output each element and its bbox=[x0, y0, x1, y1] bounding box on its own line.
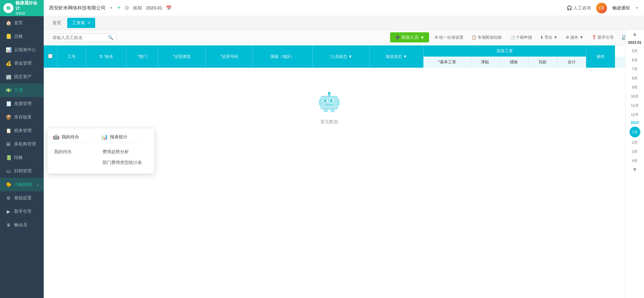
add-people-button[interactable]: ➕ 添加人员 ▼ bbox=[390, 32, 429, 42]
tab-salary[interactable]: 工资表 ✕ bbox=[67, 18, 95, 28]
timeline-month-9[interactable]: 9月 bbox=[626, 83, 644, 92]
nav-closing[interactable]: 📗 结账 bbox=[0, 151, 44, 164]
nav-home[interactable]: 🏠 首页 bbox=[0, 16, 44, 30]
new-guide-icon: ❓ bbox=[592, 35, 597, 40]
timeline-down-arrow[interactable]: ▼ bbox=[631, 165, 639, 174]
company-name[interactable]: 西安虾米网络科技有限公司 bbox=[49, 5, 106, 11]
nav-guide[interactable]: ▶ 新手引导 bbox=[0, 205, 44, 218]
timeline-month-8[interactable]: 8月 bbox=[626, 74, 644, 83]
svg-rect-10 bbox=[324, 109, 328, 112]
svg-rect-0 bbox=[321, 96, 338, 109]
timeline-current-year: 2023 bbox=[631, 119, 639, 126]
nav-cloud-report[interactable]: 📊 云报表中心 bbox=[0, 43, 44, 57]
company-settings-icon[interactable]: ⚙ bbox=[124, 5, 129, 11]
expense-icon: 🐤 bbox=[5, 182, 11, 187]
col-operations: 操作 bbox=[586, 45, 615, 68]
timeline-month-5[interactable]: 5月 bbox=[626, 46, 644, 56]
timeline-year-label: 2023.01 bbox=[628, 38, 642, 46]
company-dropdown-icon[interactable]: ▼ bbox=[110, 6, 113, 10]
timeline-up-arrow[interactable]: ▲ bbox=[631, 30, 639, 38]
new-guide-btn[interactable]: ❓ 新手引导 bbox=[589, 33, 616, 42]
social-insurance-btn[interactable]: ⚙ 统一社保设置 bbox=[432, 33, 466, 42]
popup-item-dept-expense[interactable]: 部门费用类型统计表 bbox=[101, 157, 143, 168]
nav-settings-label: 基础设置 bbox=[14, 195, 32, 201]
nav-inventory[interactable]: 📦 库存核算 bbox=[0, 110, 44, 124]
export-dropdown-icon: ▼ bbox=[554, 35, 558, 40]
sidebar: 畅 畅捷通好会计 旗舰版 🏠 首页 📒 总账 📊 云报表中心 💰 资金管理 🏢 … bbox=[0, 0, 44, 298]
archive-icon: 🗂 bbox=[5, 168, 11, 174]
salary-icon: 💵 bbox=[5, 88, 11, 93]
timeline-month-1-active[interactable]: 1月 bbox=[630, 127, 640, 137]
add-people-dropdown-icon: ▼ bbox=[420, 35, 424, 40]
col-base-salary: *基本工资 bbox=[423, 57, 470, 68]
timeline-month-7[interactable]: 7月 bbox=[626, 65, 644, 74]
col-employee-id: 工号 bbox=[57, 45, 86, 68]
col-nationality: 国籍（地区） bbox=[253, 45, 312, 68]
nav-expense[interactable]: 🐤 小畅报销 ‹ bbox=[0, 178, 44, 191]
nav-multi-org[interactable]: 🏛 多机构管理 bbox=[0, 137, 44, 151]
empty-state-icon bbox=[316, 88, 343, 115]
timeline-month-4[interactable]: 4月 bbox=[626, 156, 644, 165]
search-input[interactable] bbox=[52, 35, 106, 40]
popup-item-my-todo[interactable]: 我的待办 bbox=[53, 146, 93, 157]
multi-org-icon: 🏛 bbox=[5, 141, 11, 147]
nav-guide-label: 新手引导 bbox=[14, 208, 32, 214]
timeline-month-10[interactable]: 10月 bbox=[626, 92, 644, 101]
svg-rect-8 bbox=[319, 100, 321, 105]
popup-section-todo-title: 🤖 我的待办 bbox=[53, 134, 93, 142]
tax-report-btn[interactable]: 📑 个税申报 bbox=[507, 33, 535, 42]
popup-item-expense-trend[interactable]: 费用趋势分析 bbox=[101, 146, 143, 157]
timeline-month-12[interactable]: 12月 bbox=[626, 110, 644, 119]
col-salary-group: 应发工资 bbox=[423, 45, 586, 57]
inventory-icon: 📦 bbox=[5, 114, 11, 120]
nav-general-ledger[interactable]: 📒 总账 bbox=[0, 30, 44, 43]
col-total: 合计 bbox=[557, 57, 586, 68]
svg-rect-9 bbox=[338, 100, 339, 105]
col-status: *人员状态 ▼ bbox=[312, 45, 370, 68]
svg-point-7 bbox=[328, 92, 330, 94]
nav-tax[interactable]: 📋 税务管理 bbox=[0, 124, 44, 137]
nav-settings[interactable]: ⚙ 基础设置 bbox=[0, 191, 44, 205]
nav-home-label: 首页 bbox=[14, 20, 23, 26]
nav-fixed-assets[interactable]: 🏢 固定资产 bbox=[0, 70, 44, 84]
vip-icon: ♛ bbox=[5, 222, 11, 228]
customer-service-btn[interactable]: 🎧 人工咨询 bbox=[567, 5, 591, 11]
nav-invoice[interactable]: 🧾 发票管理 bbox=[0, 97, 44, 110]
avatar[interactable]: CE bbox=[596, 3, 607, 13]
user-dropdown-icon[interactable]: ▼ bbox=[635, 6, 639, 10]
tab-close-icon[interactable]: ✕ bbox=[87, 21, 90, 25]
nav-closing-label: 结账 bbox=[14, 155, 23, 161]
svg-point-4 bbox=[331, 100, 333, 102]
col-name: ⇅ *姓名 bbox=[86, 45, 126, 68]
svg-point-3 bbox=[325, 100, 327, 102]
nav-salary-label: 工资 bbox=[14, 87, 23, 93]
tab-home[interactable]: 首页 bbox=[48, 18, 66, 28]
export-btn[interactable]: ⬇ 导出 ▼ bbox=[537, 33, 560, 42]
calendar-icon[interactable]: 📅 bbox=[166, 5, 172, 10]
operations-btn[interactable]: ⚙ 操作 ▼ bbox=[563, 33, 586, 42]
timeline-month-11[interactable]: 11月 bbox=[626, 101, 644, 110]
home-icon: 🏠 bbox=[5, 20, 11, 26]
svg-rect-5 bbox=[325, 104, 334, 105]
nav-invoice-label: 发票管理 bbox=[14, 101, 32, 107]
nav-fund[interactable]: 💰 资金管理 bbox=[0, 57, 44, 70]
popup-section-report: 📊 报表统计 费用趋势分析 部门费用类型统计表 bbox=[101, 134, 143, 168]
timeline-month-2[interactable]: 2月 bbox=[626, 138, 644, 147]
nav-ledger-label: 总账 bbox=[14, 33, 23, 39]
nav-vip[interactable]: ♛ 畅会员 bbox=[0, 218, 44, 232]
nav-archive[interactable]: 🗂 归档管理 bbox=[0, 164, 44, 178]
tabbar: 首页 工资表 ✕ bbox=[44, 16, 644, 30]
tax-report-icon: 📑 bbox=[510, 35, 515, 40]
nav-salary[interactable]: 💵 工资 bbox=[0, 84, 44, 97]
todo-section-icon: 🤖 bbox=[53, 134, 60, 140]
timeline-month-3[interactable]: 3月 bbox=[626, 147, 644, 156]
nav-fixed-label: 固定资产 bbox=[14, 74, 32, 80]
select-all-checkbox[interactable] bbox=[48, 54, 52, 58]
col-report-status: 报送状态 ▼ bbox=[370, 45, 424, 68]
dept-expense-label: 部门费用类型统计表 bbox=[103, 160, 142, 165]
checkbox-column[interactable] bbox=[44, 45, 57, 68]
add-company-icon[interactable]: + bbox=[117, 4, 121, 11]
special-deduction-btn[interactable]: 📋 专项附加扣除 bbox=[469, 33, 504, 42]
col-dept: *部门 bbox=[126, 45, 158, 68]
timeline-month-6[interactable]: 6月 bbox=[626, 56, 644, 65]
